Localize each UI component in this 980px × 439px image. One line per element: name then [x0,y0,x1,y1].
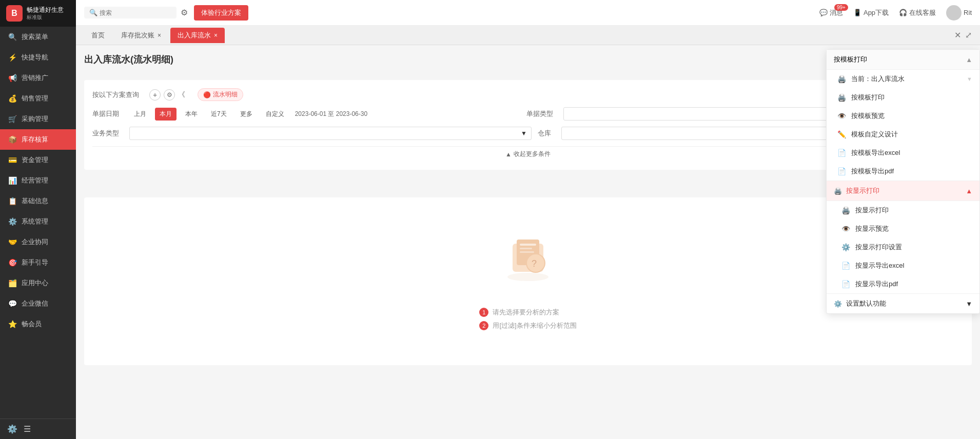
biz-type-select[interactable]: ▼ [129,127,532,140]
sidebar-item-label: 企业微信 [22,299,48,308]
filter-tag[interactable]: 🔴 流水明细 [198,88,243,101]
dp-template-preview-icon: 👁️ [837,112,846,120]
dp-sub-display-export-pdf[interactable]: 📄 按显示导出pdf [827,275,979,293]
dp-sub-display-preview[interactable]: 👁️ 按显示预览 [827,220,979,238]
quick-nav-icon: ⚡ [7,52,17,63]
biz-type-label: 业务类型 [92,129,119,138]
menu-bottom-icon[interactable]: ☰ [24,424,31,434]
sidebar-item-label: 企业协同 [22,237,48,247]
sidebar-item-sales[interactable]: 💰 销售管理 [0,88,76,109]
sidebar-item-label: 经营管理 [22,176,48,185]
date-btn-more[interactable]: 更多 [236,108,257,121]
app-download-btn[interactable]: 📱 App下载 [853,8,889,17]
sidebar-item-purchase[interactable]: 🛒 采购管理 [0,109,76,129]
sidebar-item-label: 资金管理 [22,155,48,165]
home-label: 首页 [91,31,105,40]
flow-label: 出入库流水 [178,31,211,40]
topbar: 🔍 ⚙ 体验行业方案 💬 消息 99+ 📱 App下载 🎧 在线客服 Rit [76,0,980,26]
search-input[interactable] [100,9,166,16]
user-avatar [946,5,962,21]
dp-sub-display-export-excel[interactable]: 📄 按显示导出excel [827,256,979,275]
filter-actions: + ⚙ 《 [149,89,185,101]
dp-display-section[interactable]: 🖨️ 按显示打印 ▲ [827,181,979,201]
inventory-icon: 📦 [7,134,17,145]
sidebar-item-guide[interactable]: 🎯 新手引导 [0,252,76,273]
date-btn-7days[interactable]: 近7天 [206,108,231,121]
dp-current-item[interactable]: 🖨️ 当前：出入库流水 ▼ [827,70,979,88]
date-label: 单据日期 [92,109,119,118]
app-download-label: App下载 [864,8,889,17]
sidebar-item-quick-nav[interactable]: ⚡ 快捷导航 [0,47,76,68]
dp-sub-display-print[interactable]: 🖨️ 按显示打印 [827,201,979,220]
date-btn-custom[interactable]: 自定义 [261,108,289,121]
empty-illustration: ? [497,228,559,300]
topbar-gear-icon[interactable]: ⚙ [181,8,188,17]
sidebar-item-finance[interactable]: 💳 资金管理 [0,150,76,170]
topbar-search-box[interactable]: 🔍 [84,7,177,18]
svg-rect-4 [520,248,532,249]
sidebar-item-search[interactable]: 🔍 搜索菜单 [0,27,76,47]
empty-steps-list: 1 请先选择要分析的方案 2 用[过滤]条件来缩小分析范围 [479,308,576,334]
date-btn-this-month[interactable]: 本月 [155,108,177,121]
sidebar-item-label: 搜索菜单 [22,32,48,42]
step-num-2: 2 [479,321,488,330]
dp-chevron-up-icon[interactable]: ▲ [966,56,972,64]
sidebar-item-label: 畅会员 [22,320,42,329]
filter-add-btn[interactable]: + [149,89,161,101]
dp-footer[interactable]: ⚙️ 设置默认功能 ▼ [827,293,979,313]
tabs-bar: 首页 库存批次账 × 出入库流水 × ✕ ⤢ [76,26,980,45]
industry-btn[interactable]: 体验行业方案 [194,5,248,21]
sidebar-item-label: 应用中心 [22,278,48,288]
svg-rect-3 [520,244,536,246]
dp-item-template-export-excel[interactable]: 📄 按模板导出excel [827,144,979,162]
tab-home[interactable]: 首页 [84,28,112,43]
filter-label: 按以下方案查询 [92,90,139,99]
sidebar-item-inventory[interactable]: 📦 库存核算 [0,129,76,150]
sidebar-item-label: 销售管理 [22,94,48,103]
date-btn-last-month[interactable]: 上月 [129,108,151,121]
online-service-btn[interactable]: 🎧 在线客服 [899,8,936,17]
message-btn[interactable]: 💬 消息 99+ [819,8,843,17]
tab-restore-icon[interactable]: ✕ [954,30,961,40]
filter-collapse-btn[interactable]: 《 [178,90,185,99]
dp-display-preview-icon: 👁️ [841,225,850,233]
dp-sub-display-print-settings[interactable]: ⚙️ 按显示打印设置 [827,238,979,256]
sidebar-item-app-center[interactable]: 🗂️ 应用中心 [0,273,76,293]
dp-display-section-label: 按显示打印 [846,186,879,195]
dp-header-label: 按模板打印 [834,55,867,64]
sidebar-item-label: 快捷导航 [22,53,48,62]
dp-item-template-preview[interactable]: 👁️ 按模板预览 [827,107,979,125]
tab-inventory-batch[interactable]: 库存批次账 × [114,28,168,43]
dp-item-template-custom[interactable]: ✏️ 模板自定义设计 [827,125,979,144]
dp-item-template-print[interactable]: 🖨️ 按模板打印 [827,88,979,107]
sidebar-item-cooperation[interactable]: 🤝 企业协同 [0,232,76,252]
sidebar-item-label: 系统管理 [22,217,48,226]
date-filter: 上月 本月 本年 近7天 更多 自定义 2023-06-01 至 2023-06… [129,108,520,121]
sidebar-item-vip[interactable]: ⭐ 畅会员 [0,314,76,334]
tab-flow[interactable]: 出入库流水 × [170,28,225,43]
sidebar-item-wechat[interactable]: 💬 企业微信 [0,293,76,314]
filter-gear-btn[interactable]: ⚙ [164,89,175,101]
tab-flow-close[interactable]: × [214,32,218,39]
biz-type-chevron: ▼ [521,130,527,137]
tab-maximize-icon[interactable]: ⤢ [965,30,972,40]
dp-display-section-chevron: ▲ [966,187,972,195]
dp-item-template-export-pdf[interactable]: 📄 按模板导出pdf [827,162,979,181]
purchase-icon: 🛒 [7,114,17,124]
tab-inventory-batch-close[interactable]: × [158,32,161,39]
dp-display-print-icon: 🖨️ [841,206,850,214]
sidebar-item-operations[interactable]: 📊 经营管理 [0,170,76,191]
dp-template-print-icon: 🖨️ [837,93,846,102]
user-avatar-area[interactable]: Rit [946,5,972,21]
sidebar-item-base-info[interactable]: 📋 基础信息 [0,191,76,211]
sidebar-item-system[interactable]: ⚙️ 系统管理 [0,211,76,232]
svg-point-0 [507,273,548,281]
sidebar-item-marketing[interactable]: 📢 营销推广 [0,68,76,88]
message-badge: 99+ [834,4,848,11]
base-info-icon: 📋 [7,196,17,206]
date-btn-this-year[interactable]: 本年 [181,108,202,121]
collapse-up-icon: ▲ [505,151,512,158]
settings-bottom-icon[interactable]: ⚙️ [7,424,17,434]
dp-footer-label: 设置默认功能 [846,299,886,308]
voucher-type-label: 单据类型 [526,109,553,118]
